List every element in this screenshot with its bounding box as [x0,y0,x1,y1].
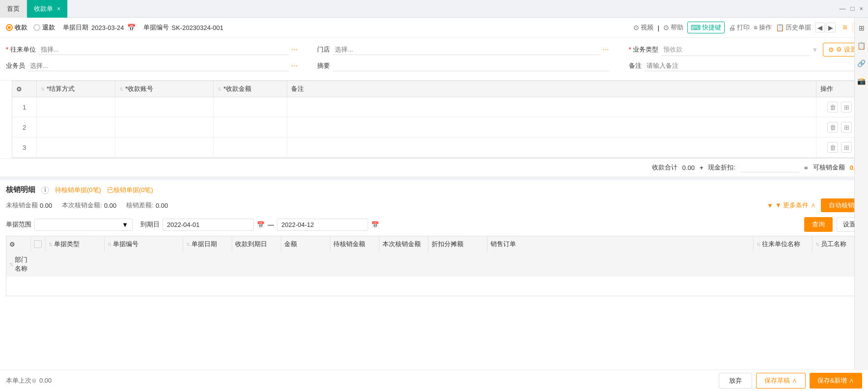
tab-active[interactable]: 收款单 × [27,0,68,18]
minimize-icon[interactable]: — [840,5,846,12]
bottom-th-dept-label: 部门名称 [15,255,28,273]
number-value[interactable]: SK-20230324-001 [172,24,224,31]
action-btn[interactable]: ≡ 操作 [754,23,772,32]
save-draft-button[interactable]: 保存草稿 ∧ [756,373,806,389]
row-settlement-2[interactable] [37,117,115,137]
shop-dots[interactable]: ··· [602,46,609,54]
more-conditions-btn[interactable]: ▼ ▼ 更多条件 ∧ [767,201,816,210]
save-draft-label: 保存草稿 ∧ [764,376,797,385]
copy-row-3[interactable]: ⊞ [841,142,852,153]
row-action-3: 🗑 ⊞ [816,138,856,157]
delete-row-1[interactable]: 🗑 [827,102,838,112]
row-remark-1[interactable] [287,97,816,117]
row-remark-3[interactable] [287,138,816,157]
delete-row-2[interactable]: 🗑 [827,122,838,133]
range-select[interactable]: ▼ [34,219,133,231]
help-icon: ⊙ [663,24,669,31]
tab-close-icon[interactable]: × [57,5,60,12]
query-button[interactable]: 查询 [804,217,833,232]
date-calendar-icon[interactable]: 📅 [127,24,136,31]
delete-row-3[interactable]: 🗑 [827,142,838,153]
copy-row-2[interactable]: ⊞ [841,122,852,133]
bottom-th-sales-order-label: 销售订单 [490,240,516,249]
discount-input[interactable] [740,163,799,172]
date-separator: — [268,221,274,228]
table-row-2: 2 🗑 ⊞ [12,117,856,138]
date-range-field: 到期日 📅 — 📅 [140,219,379,231]
tab-home[interactable]: 首页 [0,0,27,18]
date-value[interactable]: 2023-03-24 [91,24,124,31]
history-btn[interactable]: 📋 历史单据 [776,23,811,32]
video-label: 视频 [641,23,653,32]
shop-input[interactable] [333,44,600,55]
copy-row-1[interactable]: ⊞ [841,102,852,112]
staff-input[interactable] [28,60,289,71]
bottom-th-doc-num: ⇅ 单据编号 [105,236,183,252]
date-from-input[interactable] [163,219,254,231]
row-remark-2[interactable] [287,117,816,137]
row-amount-1[interactable] [214,97,287,117]
sidebar-icon-doc[interactable]: 📋 [856,40,867,51]
footer: 本单上次⊙ 0.00 放弃 保存草稿 ∧ 保存&新增 ∧ [0,369,868,391]
row-account-1[interactable] [115,97,214,117]
biz-type-select[interactable]: 预收款 ▼ [661,44,818,56]
save-new-button[interactable]: 保存&新增 ∧ [810,373,862,389]
writeoff-info-icon[interactable]: ℹ [41,186,49,194]
list-view-icon[interactable]: ≡ [840,22,850,33]
date-from-calendar-icon[interactable]: 📅 [257,221,265,228]
th-settlement: ⇅ *结算方式 [37,81,115,97]
tab-home-label: 首页 [7,4,20,13]
settings-label: ⚙ 设置 [836,45,857,54]
main-container: 收款 退款 单据日期 2023-03-24 📅 单据编号 SK-20230324… [0,18,868,391]
row-account-2[interactable] [115,117,214,137]
counterpart-dots[interactable]: ··· [291,46,298,54]
date-to-calendar-icon[interactable]: 📅 [371,221,379,228]
summary-input[interactable] [333,60,609,71]
radio-collection[interactable]: 收款 [6,23,27,32]
abandon-button[interactable]: 放弃 [719,373,752,389]
print-btn[interactable]: 🖨 打印 [729,23,750,32]
writeoff-actions: ▼ ▼ 更多条件 ∧ 自动核销 [767,198,862,212]
th-remark-label: 备注 [291,84,304,93]
sidebar-icon-table[interactable]: ⊞ [856,23,867,33]
bottom-th-gear[interactable]: ⚙ [6,236,31,252]
restore-icon[interactable]: □ [851,5,855,12]
row-amount-3[interactable] [214,138,287,157]
nav-prev[interactable]: ◀ [815,23,825,32]
nav-next[interactable]: ▶ [826,23,836,32]
close-icon[interactable]: × [859,5,863,12]
this-time-stat: 本次核销金额: 0.00 [62,201,116,210]
row-settlement-3[interactable] [37,138,115,157]
toolbar-right: ⊙ 视频 | ⊙ 帮助 ⌨ 快捷键 🖨 打印 ≡ 操作 📋 历史单据 [633,22,862,33]
row-amount-2[interactable] [214,117,287,137]
counterpart-input[interactable] [39,44,289,55]
video-btn[interactable]: ⊙ 视频 [633,23,653,32]
date-to-input[interactable] [277,219,368,231]
th-gear[interactable]: ⚙ [12,81,37,97]
header-checkbox[interactable] [34,240,42,248]
row-num-3: 3 [12,138,37,157]
footer-btns: 放弃 保存草稿 ∧ 保存&新增 ∧ [719,373,862,389]
action-icon: ≡ [754,24,758,31]
bottom-th-pending: 待核销金额 [330,236,380,252]
row-account-3[interactable] [115,138,214,157]
pending-link[interactable]: 待核销单据(0笔) [55,186,101,195]
action-label: 操作 [759,23,772,32]
help-btn[interactable]: ⊙ 帮助 [663,23,683,32]
radio-refund[interactable]: 退款 [33,23,55,32]
sidebar-icon-link[interactable]: 🔗 [856,58,867,69]
staff-dots[interactable]: ··· [291,62,298,70]
tab-bar: 首页 收款单 × — □ × [0,0,868,18]
sidebar-icon-camera[interactable]: 📸 [856,76,867,86]
range-label: 单据范围 [6,220,31,229]
writeoff-stats: 未核销金额 0.00 本次核销金额: 0.00 核销差额: 0.00 ▼ ▼ 更… [6,198,862,212]
row-settlement-1[interactable] [37,97,115,117]
remark-input[interactable] [645,60,862,71]
th-account: ⇅ *收款账号 [115,81,214,97]
shortcut-btn[interactable]: ⌨ 快捷键 [687,22,725,33]
bottom-th-sales-order: 销售订单 [488,236,754,252]
total-label: 收款合计 [652,163,678,172]
range-field: 单据范围 ▼ [6,219,133,231]
th-settlement-label: *结算方式 [47,84,75,93]
done-link[interactable]: 已核销单据(0笔) [107,186,153,195]
